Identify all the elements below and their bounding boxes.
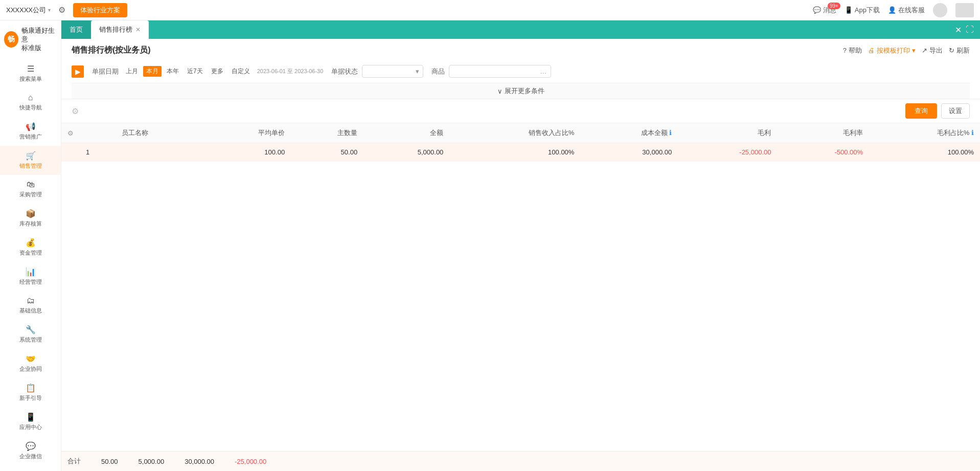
online-service-btn[interactable]: 👤 在线客服 [888,6,925,15]
footer-cost-amount: 30,000.00 [185,458,214,465]
print-btn[interactable]: 🖨 按模板打印 ▾ [868,46,916,55]
status-filter-group: 单据状态 ▾ [331,65,423,78]
sidebar-item-label: 营销推广 [19,133,42,141]
sales-icon: 🛒 [26,151,36,161]
sidebar-item-label: 应用中心 [19,423,42,431]
tab-bar: 首页 销售排行榜 ✕ ✕ ⛶ [61,20,980,39]
sidebar-item-beginner-guide[interactable]: 📋 新手引导 [0,378,61,407]
sidebar-item-app-center[interactable]: 📱 应用中心 [0,407,61,436]
system-icon: 🔧 [26,325,36,334]
col-cost-amount: 成本全额 ℹ [580,123,678,143]
goods-more-icon[interactable]: … [540,68,546,75]
col-employee: 员工名称 [116,123,203,143]
sidebar-item-sales[interactable]: 🛒 销售管理 [0,146,61,175]
settings-button[interactable]: 设置 [941,103,970,119]
date-custom-btn[interactable]: 自定义 [229,66,253,77]
row-sales-pct: 100.00% [449,143,580,162]
tab-close-all-btn[interactable]: ✕ [955,25,962,35]
row-avg-price: 100.00 [203,143,291,162]
beginner-guide-icon: 📋 [26,383,36,393]
avatar[interactable] [933,3,947,17]
tab-close-icon[interactable]: ✕ [135,26,141,33]
col-gross-profit: 毛利 [678,123,777,143]
sidebar-item-quick-nav[interactable]: ⌂ 快捷导航 [0,88,61,117]
toolbar-row: ⚙ 查询 设置 [61,99,980,123]
row-settings [61,143,80,162]
sidebar-item-label: 经营管理 [19,278,42,286]
query-button[interactable]: 查询 [905,103,937,119]
filter-expand-btn[interactable]: ▶ [72,65,84,78]
expand-icon: ∨ [497,87,503,95]
online-service-label: 在线客服 [898,6,925,15]
sidebar-item-label: 基础信息 [19,307,42,315]
sidebar-item-enterprise-collab[interactable]: 🤝 企业协同 [0,349,61,378]
date-filter-label: 单据日期 [92,67,119,76]
col-gross-margin: 毛利率 [777,123,869,143]
footer-cost-item: 30,000.00 [185,458,214,465]
date-current-month-btn[interactable]: 本月 [143,66,162,77]
sidebar-item-vip[interactable]: V 畅会员 [0,465,61,471]
row-employee [116,143,203,162]
gross-pct-info-icon[interactable]: ℹ [971,129,974,137]
page-actions: ? 帮助 🖨 按模板打印 ▾ ↗ 导出 ↻ [843,46,970,55]
cost-info-icon[interactable]: ℹ [669,129,672,137]
footer-label: 合计 [67,457,81,466]
date-shortcuts: 上月 本月 本年 近7天 更多 自定义 [123,66,253,77]
data-table: ⚙ 员工名称 平均单价 主数量 全额 销售收入占比% 成本全额 ℹ 毛利 毛利率… [61,123,980,162]
goods-filter-group: 商品 … [431,65,551,78]
app-download-btn[interactable]: 📱 App下载 [845,6,880,15]
online-service-icon: 👤 [888,6,896,14]
sidebar-item-system[interactable]: 🔧 系统管理 [0,320,61,349]
footer-amount: 5,000.00 [139,458,165,465]
row-cost-amount: 30,000.00 [580,143,678,162]
refresh-btn[interactable]: ↻ 刷新 [949,46,970,55]
sidebar-item-enterprise-wechat[interactable]: 💬 企业微信 [0,436,61,465]
sales-rank-tab-label: 销售排行榜 [99,25,132,34]
column-settings-icon[interactable]: ⚙ [72,106,79,116]
logo-icon: 畅 [4,31,18,48]
sidebar-item-purchase[interactable]: 🛍 采购管理 [0,175,61,204]
settings-icon-btn[interactable]: ⚙ [55,3,69,17]
column-settings-area: ⚙ [72,106,901,116]
status-select[interactable] [362,65,423,78]
table-footer: 合计 50.00 5,000.00 30,000.00 -25,000.00 [61,451,980,471]
sidebar-item-inventory[interactable]: 📦 库存核算 [0,204,61,233]
date-more-btn[interactable]: 更多 [208,66,226,77]
export-btn[interactable]: ↗ 导出 [922,46,943,55]
sidebar-item-operation[interactable]: 📊 经营管理 [0,262,61,291]
expand-conditions-btn[interactable]: ∨ 展开更多条件 [497,86,544,96]
tab-home[interactable]: 首页 [61,20,91,39]
sidebar-logo: 畅 畅康通好生意 标准版 [0,20,61,59]
sidebar-item-label: 新手引导 [19,394,42,402]
date-current-year-btn[interactable]: 本年 [164,66,182,77]
col-avg-price: 平均单价 [203,123,291,143]
company-selector[interactable]: XXXXXX公司 ▾ [6,6,51,15]
enterprise-wechat-icon: 💬 [26,441,36,451]
sidebar-item-finance[interactable]: 💰 资金管理 [0,233,61,262]
date-7days-btn[interactable]: 近7天 [184,66,206,77]
message-btn[interactable]: 💬 消息 99+ [813,6,836,15]
help-btn[interactable]: ? 帮助 [843,46,862,55]
row-gross-profit: -25,000.00 [678,143,777,162]
tab-fullscreen-btn[interactable]: ⛶ [966,25,974,34]
marketing-icon: 📢 [26,122,36,131]
trial-button[interactable]: 体验行业方案 [73,3,127,17]
date-prev-month-btn[interactable]: 上月 [123,66,141,77]
row-amount: 5,000.00 [363,143,449,162]
date-range: 2023-06-01 至 2023-06-30 [257,68,324,75]
table-header-row: ⚙ 员工名称 平均单价 主数量 全额 销售收入占比% 成本全额 ℹ 毛利 毛利率… [61,123,980,143]
help-icon: ? [843,47,847,54]
tab-sales-rank[interactable]: 销售排行榜 ✕ [91,20,149,39]
app-download-icon: 📱 [845,6,853,14]
sidebar-item-label: 企业协同 [19,365,42,373]
sidebar-item-search-order[interactable]: ☰ 搜索菜单 [0,59,61,88]
sidebar-item-basic-info[interactable]: 🗂 基础信息 [0,291,61,320]
sidebar-item-label: 系统管理 [19,336,42,344]
refresh-icon: ↻ [949,47,954,54]
goods-filter-input[interactable]: … [449,65,551,78]
page-title: 销售排行榜(按业务员) [72,45,151,56]
sidebar-item-label: 采购管理 [19,191,42,198]
print-icon: 🖨 [868,47,875,54]
sidebar-item-marketing[interactable]: 📢 营销推广 [0,117,61,146]
col-index [80,123,116,143]
